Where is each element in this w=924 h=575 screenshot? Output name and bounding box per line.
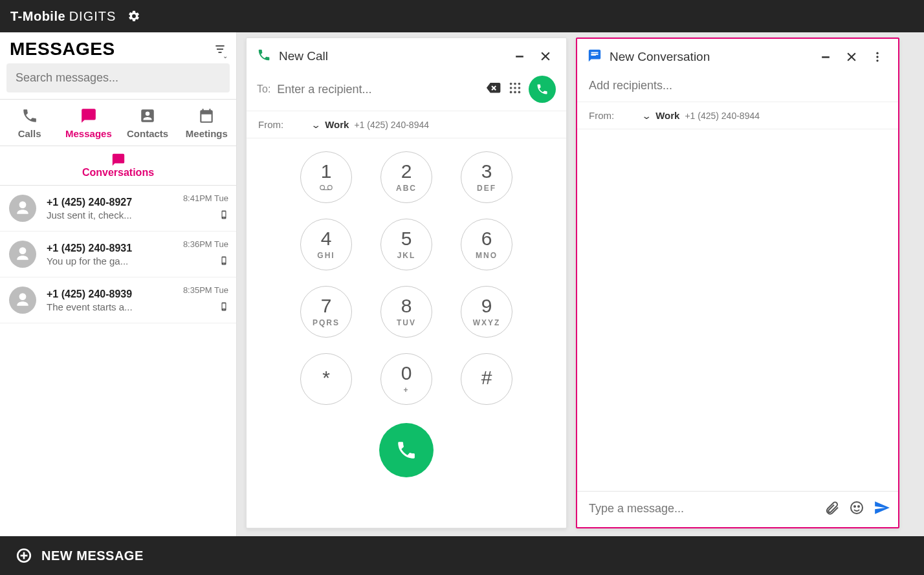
new-message-label: NEW MESSAGE [41, 548, 144, 563]
svg-point-25 [876, 60, 878, 61]
list-item[interactable]: +1 (425) 240-8939 The event starts a... … [0, 277, 236, 323]
svg-rect-3 [516, 56, 523, 58]
key-digit: 7 [321, 296, 332, 316]
from-name: Work [325, 119, 349, 130]
conversation-title: +1 (425) 240-8931 [47, 243, 181, 254]
svg-point-28 [858, 506, 859, 507]
new-message-button[interactable]: NEW MESSAGE [0, 536, 924, 575]
call-button[interactable] [379, 423, 434, 477]
svg-point-12 [510, 91, 512, 94]
tab-messages[interactable]: Messages [59, 100, 118, 146]
dialpad-key-4[interactable]: 4GHI [300, 219, 352, 270]
new-call-panel: New Call To: [246, 38, 567, 528]
key-letters: WXYZ [473, 318, 501, 327]
svg-rect-19 [591, 54, 596, 56]
from-selector[interactable]: ⌄ Work +1 (425) 240-8944 [643, 110, 760, 121]
svg-point-14 [518, 91, 521, 94]
dialpad-key-7[interactable]: 7PQRS [300, 286, 352, 338]
svg-point-27 [854, 506, 855, 507]
dialpad-key-8[interactable]: 8TUV [380, 286, 432, 338]
compose-input[interactable] [585, 495, 817, 522]
svg-point-23 [876, 52, 878, 54]
key-digit: 9 [481, 296, 492, 316]
conversation-title: +1 (425) 240-8939 [47, 288, 181, 300]
tab-label: Contacts [127, 128, 168, 139]
key-letters: ABC [396, 184, 417, 193]
mobile-icon [219, 254, 228, 269]
svg-point-24 [876, 56, 878, 58]
close-icon[interactable] [536, 47, 555, 65]
call-button-small[interactable] [529, 76, 556, 103]
main-tabs: Calls Messages Contacts Meetings [0, 99, 236, 146]
send-icon[interactable] [874, 499, 890, 519]
dialpad-icon[interactable] [508, 81, 522, 98]
recipient-input[interactable] [277, 83, 478, 96]
mobile-icon [219, 300, 228, 315]
svg-point-11 [518, 87, 521, 89]
svg-point-6 [510, 83, 512, 85]
conversation-time: 8:41PM Tue [183, 193, 228, 203]
list-item[interactable]: +1 (425) 240-8927 Just sent it, check...… [0, 186, 236, 232]
key-letters [320, 184, 333, 193]
svg-point-13 [514, 91, 516, 94]
panel-title: New Call [279, 49, 503, 63]
dialpad-key-1[interactable]: 1 [300, 151, 352, 203]
minimize-icon[interactable] [817, 48, 835, 66]
conversation-title: +1 (425) 240-8927 [47, 197, 181, 208]
svg-point-16 [328, 186, 333, 190]
mobile-icon [219, 208, 228, 223]
from-label: From: [589, 110, 614, 121]
conversation-preview: The event starts a... [47, 301, 181, 312]
list-item[interactable]: +1 (425) 240-8931 You up for the ga... 8… [0, 232, 236, 277]
backspace-icon[interactable] [485, 80, 501, 99]
key-digit: * [322, 368, 330, 387]
chevron-down-icon: ⌄ [641, 111, 652, 121]
dialpad-key-5[interactable]: 5JKL [380, 219, 432, 270]
from-number: +1 (425) 240-8944 [354, 120, 429, 130]
key-digit: 4 [321, 229, 332, 248]
from-number: +1 (425) 240-8944 [685, 111, 760, 121]
tab-meetings[interactable]: Meetings [177, 100, 236, 146]
dialpad-key-9[interactable]: 9WXYZ [461, 286, 512, 338]
to-label: To: [257, 83, 270, 95]
gear-icon[interactable] [125, 7, 143, 25]
conversation-time: 8:36PM Tue [183, 239, 228, 249]
from-selector[interactable]: ⌄ Work +1 (425) 240-8944 [312, 119, 429, 130]
svg-point-15 [320, 186, 325, 190]
dialpad-key-*[interactable]: * [300, 353, 352, 405]
from-name: Work [655, 110, 679, 121]
svg-point-7 [514, 83, 516, 85]
message-icon [588, 49, 602, 65]
key-digit: 6 [481, 229, 492, 248]
tab-contacts[interactable]: Contacts [118, 100, 177, 146]
svg-rect-18 [591, 52, 599, 54]
avatar [9, 287, 36, 314]
conversation-list: +1 (425) 240-8927 Just sent it, check...… [0, 186, 236, 536]
dialpad-key-0[interactable]: 0+ [380, 353, 432, 405]
new-conversation-panel: New Conversation From: ⌄ Work +1 (425) 2… [576, 38, 899, 528]
key-digit: # [481, 368, 492, 387]
dialpad-key-2[interactable]: 2ABC [380, 151, 432, 203]
avatar [9, 241, 36, 268]
recipients-input[interactable] [577, 74, 898, 102]
attachment-icon[interactable] [824, 500, 840, 518]
svg-rect-20 [822, 56, 830, 58]
filter-icon[interactable]: ⌄ [214, 43, 226, 56]
conversation-body [577, 129, 898, 491]
tab-label: Meetings [186, 128, 228, 139]
svg-point-9 [510, 87, 512, 89]
dialpad-key-6[interactable]: 6MNO [461, 219, 512, 270]
tab-label: Calls [18, 128, 41, 139]
emoji-icon[interactable] [849, 500, 864, 518]
search-input[interactable] [6, 63, 230, 92]
avatar [9, 195, 36, 222]
minimize-icon[interactable] [511, 47, 529, 65]
subtab-conversations[interactable]: Conversations [0, 146, 236, 186]
dialpad-key-3[interactable]: 3DEF [461, 151, 512, 203]
dialpad-key-#[interactable]: # [461, 353, 512, 405]
key-letters: + [403, 385, 409, 395]
tab-label: Messages [65, 128, 112, 139]
tab-calls[interactable]: Calls [0, 100, 59, 146]
more-icon[interactable] [868, 48, 886, 66]
close-icon[interactable] [842, 48, 861, 66]
